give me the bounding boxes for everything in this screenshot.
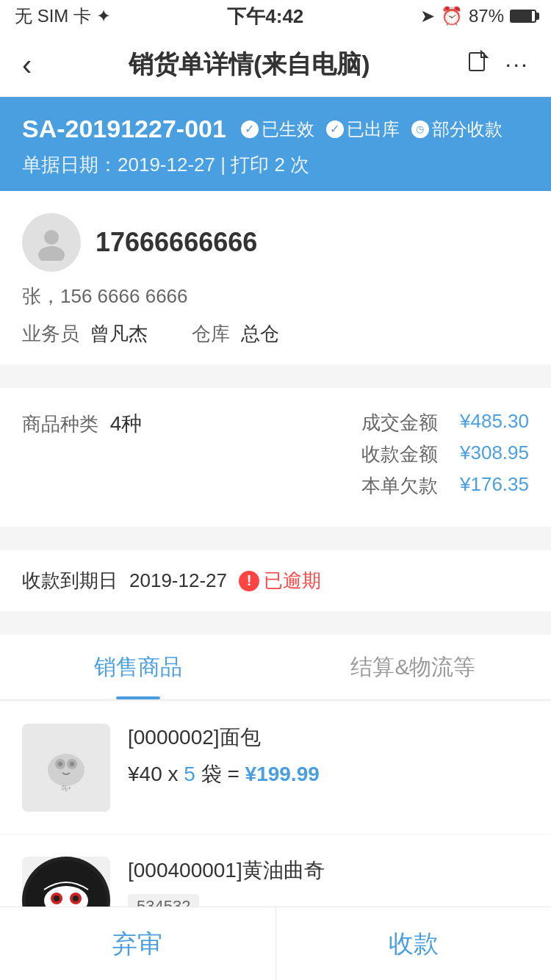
summary-section: 商品种类 4种 成交金额 ¥485.30 收款金额 ¥308.95 本单欠款 ¥… bbox=[0, 388, 551, 527]
salesperson-info: 业务员 曾凡杰 bbox=[22, 321, 148, 347]
confirm-button[interactable]: 收款 bbox=[276, 907, 552, 980]
badge-shipped: ✓ 已出库 bbox=[326, 118, 400, 141]
divider-2 bbox=[0, 538, 551, 550]
nav-left: ‹ bbox=[22, 50, 32, 79]
svg-point-1 bbox=[44, 230, 59, 245]
customer-section: 17666666666 张，156 6666 6666 业务员 曾凡杰 仓库 总… bbox=[0, 191, 551, 364]
deal-amount-value: ¥485.30 bbox=[460, 410, 529, 436]
overdue-icon: ! bbox=[239, 571, 259, 591]
deal-amount-row: 成交金额 ¥485.30 bbox=[361, 410, 529, 436]
customer-phone: 17666666666 bbox=[96, 227, 257, 258]
status-badges: ✓ 已生效 ✓ 已出库 ◷ 部分收款 bbox=[241, 118, 503, 141]
tab-products[interactable]: 销售商品 bbox=[0, 635, 276, 699]
divider-3 bbox=[0, 623, 551, 635]
salesperson-label: 业务员 bbox=[22, 323, 79, 345]
due-section: 收款到期日 2019-12-27 ! 已逾期 bbox=[0, 550, 551, 611]
customer-meta: 业务员 曾凡杰 仓库 总仓 bbox=[22, 321, 529, 347]
received-label: 收款金额 bbox=[361, 442, 438, 467]
customer-sub: 张，156 6666 6666 bbox=[22, 284, 529, 309]
svg-point-13 bbox=[54, 896, 60, 901]
received-row: 收款金额 ¥308.95 bbox=[361, 442, 529, 467]
cancel-button[interactable]: 弃审 bbox=[0, 907, 276, 980]
check-icon: ✓ bbox=[241, 120, 259, 138]
warehouse-value: 总仓 bbox=[241, 323, 279, 345]
tab-underline bbox=[116, 696, 160, 699]
total-1: ¥199.99 bbox=[245, 763, 320, 785]
avatar bbox=[22, 213, 81, 272]
overdue-text: 已逾期 bbox=[264, 568, 321, 594]
quantity-1: 5 bbox=[184, 763, 195, 785]
divider-1 bbox=[0, 376, 551, 388]
nav-bar: ‹ 销货单详情(来自电脑) ··· bbox=[0, 32, 551, 97]
check-icon-2: ✓ bbox=[326, 120, 344, 138]
badge-partial: ◷ 部分收款 bbox=[411, 118, 503, 141]
svg-point-3 bbox=[48, 754, 84, 786]
share-button[interactable] bbox=[467, 50, 490, 79]
order-id: SA-20191227-001 bbox=[22, 115, 226, 143]
badge-effective: ✓ 已生效 bbox=[241, 118, 314, 141]
product-price-1: ¥40 x 5 袋 = ¥199.99 bbox=[128, 760, 529, 788]
status-left: 无 SIM 卡 ✦ bbox=[15, 4, 111, 28]
back-button[interactable]: ‹ bbox=[22, 50, 32, 79]
svg-point-2 bbox=[38, 246, 65, 261]
status-time: 下午4:42 bbox=[227, 4, 303, 29]
svg-text:鸟+: 鸟+ bbox=[61, 785, 71, 792]
battery-text: 87% bbox=[469, 6, 504, 26]
nav-title: 销货单详情(来自电脑) bbox=[129, 48, 370, 82]
salesperson-value: 曾凡杰 bbox=[90, 323, 148, 345]
product-info-1: [0000002]面包 ¥40 x 5 袋 = ¥199.99 bbox=[128, 724, 529, 788]
received-value: ¥308.95 bbox=[460, 442, 529, 467]
order-date: 单据日期：2019-12-27 | 打印 2 次 bbox=[22, 152, 529, 178]
product-name-1: [0000002]面包 bbox=[128, 724, 529, 752]
warehouse-info: 仓库 总仓 bbox=[192, 321, 279, 347]
location-icon: ➤ bbox=[420, 6, 435, 26]
product-name-2: [000400001]黄油曲奇 bbox=[128, 857, 529, 884]
category-label: 商品种类 bbox=[22, 413, 98, 435]
nav-right: ··· bbox=[467, 50, 529, 79]
warehouse-label: 仓库 bbox=[192, 323, 230, 345]
battery-icon bbox=[510, 10, 536, 23]
svg-point-6 bbox=[58, 762, 62, 766]
status-bar: 无 SIM 卡 ✦ 下午4:42 ➤ ⏰ 87% bbox=[0, 0, 551, 32]
due-label: 收款到期日 bbox=[22, 568, 118, 594]
list-item: 鸟+ [0000002]面包 ¥40 x 5 袋 = ¥199.99 bbox=[0, 702, 551, 835]
due-date: 2019-12-27 bbox=[129, 569, 227, 592]
owed-value: ¥176.35 bbox=[460, 473, 529, 499]
deal-amount-label: 成交金额 bbox=[361, 410, 438, 436]
clock-icon: ◷ bbox=[411, 120, 429, 138]
status-right: ➤ ⏰ 87% bbox=[420, 6, 536, 26]
signal-text: 无 SIM 卡 ✦ bbox=[15, 4, 111, 28]
svg-point-14 bbox=[73, 896, 79, 901]
tabs: 销售商品 结算&物流等 bbox=[0, 635, 551, 700]
thumb-placeholder-1: 鸟+ bbox=[22, 724, 110, 812]
bottom-bar: 弃审 收款 bbox=[0, 907, 551, 980]
svg-point-7 bbox=[70, 762, 74, 766]
owed-label: 本单欠款 bbox=[361, 473, 438, 499]
amounts: 成交金额 ¥485.30 收款金额 ¥308.95 本单欠款 ¥176.35 bbox=[361, 410, 529, 505]
tab-settlement[interactable]: 结算&物流等 bbox=[276, 635, 551, 699]
more-button[interactable]: ··· bbox=[505, 51, 529, 78]
order-header: SA-20191227-001 ✓ 已生效 ✓ 已出库 ◷ 部分收款 单据日期：… bbox=[0, 97, 551, 191]
category-count: 4种 bbox=[110, 412, 143, 435]
overdue-badge: ! 已逾期 bbox=[239, 568, 321, 594]
category-info: 商品种类 4种 bbox=[22, 410, 142, 438]
alarm-icon: ⏰ bbox=[441, 6, 463, 26]
product-thumb-1: 鸟+ bbox=[22, 724, 110, 812]
owed-row: 本单欠款 ¥176.35 bbox=[361, 473, 529, 499]
